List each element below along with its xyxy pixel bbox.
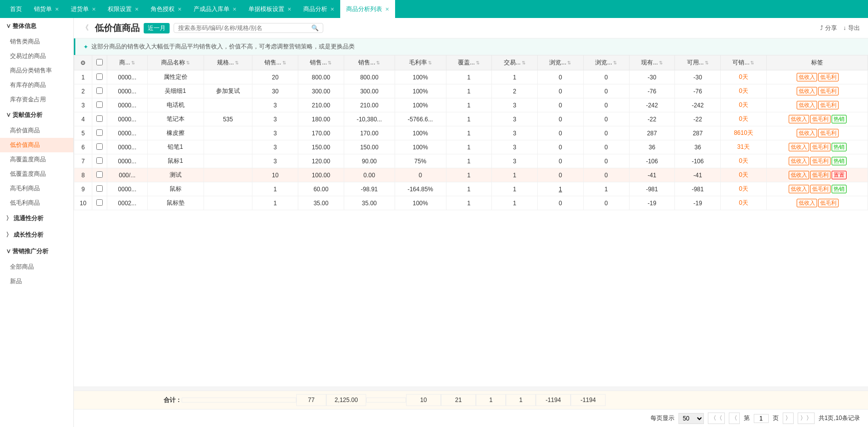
sidebar-item-low-coverage[interactable]: 低覆盖度商品 [0, 167, 73, 181]
sort-icon: ⇅ [376, 60, 380, 65]
close-icon[interactable]: ✕ [385, 6, 389, 12]
export-button[interactable]: ↓ 导出 [843, 24, 860, 32]
col-stock[interactable]: 现有...⇅ [629, 55, 675, 70]
row-checkbox[interactable] [96, 129, 103, 136]
row-checkbox[interactable] [96, 199, 103, 206]
cell-sale-cost: 170.00 [344, 126, 395, 140]
close-icon[interactable]: ✕ [135, 6, 139, 12]
col-coverage[interactable]: 覆盖...⇅ [446, 55, 492, 70]
row-checkbox[interactable] [96, 73, 103, 80]
col-checkbox[interactable] [92, 55, 107, 70]
cell-checkbox[interactable] [92, 98, 107, 112]
sidebar-item-sales-goods[interactable]: 销售类商品 [0, 34, 73, 49]
sidebar-item-new-goods[interactable]: 新品 [0, 274, 73, 289]
table-scrollbar[interactable] [74, 387, 868, 391]
sidebar-group-overall[interactable]: ∨ 整体信息 [0, 18, 73, 34]
cell-sale-amount: 180.00 [298, 112, 344, 126]
sidebar-group-circulation[interactable]: 〉 流通性分析 [0, 210, 73, 227]
sidebar-item-stock-goods[interactable]: 有库存的商品 [0, 78, 73, 92]
sidebar-item-category-rate[interactable]: 商品分类销售率 [0, 63, 73, 78]
first-page-btn[interactable]: 〈〈 [708, 413, 725, 424]
close-icon[interactable]: ✕ [232, 6, 236, 12]
row-checkbox[interactable] [96, 185, 103, 192]
search-box[interactable]: 🔍 [174, 23, 323, 33]
nav-product-analysis[interactable]: 商品分析 ✕ [297, 0, 340, 18]
col-available[interactable]: 可用...⇅ [675, 55, 721, 70]
col-code[interactable]: 商...⇅ [107, 55, 148, 70]
tag-label: 低毛利 [818, 73, 839, 81]
cell-checkbox[interactable] [92, 84, 107, 98]
col-name[interactable]: 商品名称⇅ [147, 55, 204, 70]
col-view1[interactable]: 浏览...⇅ [538, 55, 584, 70]
cell-checkbox[interactable] [92, 140, 107, 154]
row-checkbox[interactable] [96, 157, 103, 164]
close-icon[interactable]: ✕ [92, 6, 96, 12]
cell-checkbox[interactable] [92, 126, 107, 140]
col-sale-qty[interactable]: 销售...⇅ [252, 55, 298, 70]
cell-checkbox[interactable] [92, 168, 107, 182]
nav-sales-order[interactable]: 销货单 ✕ [28, 0, 65, 18]
col-spec[interactable]: 规格...⇅ [204, 55, 252, 70]
sidebar-group-marketing[interactable]: ∨ 营销推广分析 [0, 243, 73, 260]
sidebar-item-high-profit[interactable]: 高毛利商品 [0, 181, 73, 196]
nav-template[interactable]: 单据模板设置 ✕ [242, 0, 297, 18]
close-icon[interactable]: ✕ [287, 6, 291, 12]
search-icon[interactable]: 🔍 [311, 24, 319, 31]
row-checkbox[interactable] [96, 87, 103, 94]
nav-permissions[interactable]: 权限设置 ✕ [102, 0, 145, 18]
sidebar-item-traded-goods[interactable]: 交易过的商品 [0, 49, 73, 63]
sidebar-group-growth[interactable]: 〉 成长性分析 [0, 227, 73, 243]
time-tab-btn[interactable]: 近一月 [144, 23, 170, 33]
cell-coverage: 1 [446, 126, 492, 140]
sidebar-item-stock-fund[interactable]: 库存资金占用 [0, 92, 73, 107]
close-icon[interactable]: ✕ [178, 6, 182, 12]
nav-warehouse[interactable]: 产成品入库单 ✕ [188, 0, 242, 18]
nav-product-analysis-list[interactable]: 商品分析列表 ✕ [340, 0, 395, 18]
sort-icon: ⇅ [613, 60, 617, 65]
last-page-btn[interactable]: 〉〉 [798, 413, 815, 424]
row-checkbox[interactable] [96, 115, 103, 122]
cell-checkbox[interactable] [92, 196, 107, 210]
search-input[interactable] [178, 24, 309, 31]
col-trade[interactable]: 交易...⇅ [492, 55, 538, 70]
cell-saleable: 0天 [721, 112, 767, 126]
page-size-label: 每页显示 [651, 414, 674, 423]
sidebar-item-low-profit[interactable]: 低毛利商品 [0, 196, 73, 210]
page-input[interactable] [754, 414, 769, 423]
col-gross-rate[interactable]: 毛利率⇅ [395, 55, 446, 70]
close-icon[interactable]: ✕ [55, 6, 59, 12]
row-checkbox[interactable] [96, 143, 103, 150]
cell-sale-cost: 90.00 [344, 154, 395, 168]
col-settings[interactable]: ⚙ [74, 55, 92, 70]
cell-checkbox[interactable] [92, 154, 107, 168]
nav-home[interactable]: 首页 [4, 0, 28, 18]
col-sale-amount[interactable]: 销售...⇅ [298, 55, 344, 70]
cell-trade: 3 [492, 140, 538, 154]
nav-purchase[interactable]: 进货单 ✕ [65, 0, 102, 18]
cell-checkbox[interactable] [92, 70, 107, 84]
sidebar-item-low-value[interactable]: 低价值商品 [0, 138, 73, 152]
col-saleable[interactable]: 可销...⇅ [721, 55, 767, 70]
row-checkbox[interactable] [96, 101, 103, 108]
select-all-checkbox[interactable] [96, 59, 103, 65]
cell-code: 0000... [107, 84, 148, 98]
cell-sale-cost: -10,380... [344, 112, 395, 126]
cell-checkbox[interactable] [92, 182, 107, 196]
sidebar-item-high-value[interactable]: 高价值商品 [0, 123, 73, 138]
cell-coverage: 1 [446, 182, 492, 196]
row-checkbox[interactable] [96, 171, 103, 178]
cell-view1[interactable]: 1 [538, 182, 584, 196]
nav-role-auth[interactable]: 角色授权 ✕ [145, 0, 188, 18]
cell-checkbox[interactable] [92, 112, 107, 126]
prev-page-btn[interactable]: 〈 [729, 413, 740, 424]
page-size-select[interactable]: 50 100 [678, 413, 704, 424]
sidebar-item-all-goods[interactable]: 全部商品 [0, 260, 73, 274]
close-icon[interactable]: ✕ [330, 6, 334, 12]
sidebar-group-contribution[interactable]: ∨ 贡献值分析 [0, 107, 73, 123]
sidebar-item-high-coverage[interactable]: 高覆盖度商品 [0, 152, 73, 167]
sidebar-collapse-btn[interactable]: 《 [82, 23, 89, 32]
col-view2[interactable]: 浏览...⇅ [583, 55, 629, 70]
col-sale-cost[interactable]: 销售...⇅ [344, 55, 395, 70]
next-page-btn[interactable]: 〉 [783, 413, 794, 424]
share-button[interactable]: ⤴ 分享 [820, 24, 837, 32]
